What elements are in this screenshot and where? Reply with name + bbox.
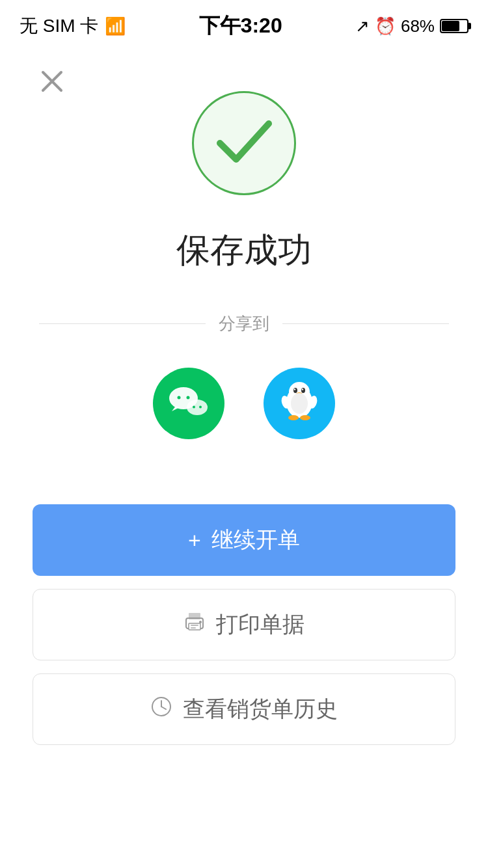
svg-point-17	[288, 415, 299, 420]
battery-percentage: 68%	[401, 16, 435, 36]
alarm-icon: ⏰	[375, 16, 396, 36]
svg-point-6	[193, 406, 195, 409]
qq-share-button[interactable]	[264, 368, 335, 439]
svg-point-3	[187, 400, 208, 415]
wechat-share-button[interactable]	[153, 368, 224, 439]
svg-point-26	[199, 621, 202, 623]
share-divider: 分享到	[39, 312, 449, 335]
wechat-icon	[167, 384, 211, 423]
location-icon: ↗	[355, 16, 370, 36]
view-history-button[interactable]: 查看销货单历史	[33, 673, 455, 745]
status-time: 下午3:20	[199, 12, 282, 40]
print-receipt-label: 打印单据	[216, 610, 305, 640]
svg-point-16	[291, 393, 308, 414]
status-right: ↗ ⏰ 68%	[355, 16, 468, 36]
wifi-icon: 📶	[105, 16, 126, 36]
svg-rect-24	[191, 625, 198, 626]
continue-order-label: 继续开单	[211, 525, 300, 555]
svg-rect-23	[189, 623, 200, 630]
svg-point-7	[199, 406, 202, 409]
clock-icon	[150, 696, 172, 723]
view-history-label: 查看销货单历史	[183, 694, 338, 724]
svg-point-12	[301, 388, 305, 393]
battery-icon	[440, 19, 468, 33]
actions-section: + 继续开单 打印单据	[0, 504, 488, 745]
success-circle	[192, 91, 296, 195]
svg-point-13	[294, 388, 295, 390]
status-left: 无 SIM 卡 📶	[20, 14, 126, 38]
close-icon	[40, 70, 64, 93]
svg-point-4	[178, 396, 181, 400]
share-icons-row	[39, 368, 449, 439]
svg-rect-25	[191, 627, 196, 629]
main-content: 保存成功 分享到	[0, 52, 488, 745]
close-button[interactable]	[33, 62, 72, 101]
plus-icon: +	[188, 528, 201, 553]
svg-point-11	[293, 388, 297, 393]
print-receipt-button[interactable]: 打印单据	[33, 589, 455, 660]
print-icon	[183, 612, 206, 638]
share-section: 分享到	[0, 312, 488, 439]
checkmark-icon	[217, 120, 272, 166]
success-title: 保存成功	[176, 228, 312, 273]
divider-left	[39, 323, 206, 324]
share-label: 分享到	[219, 312, 269, 335]
continue-order-button[interactable]: + 继续开单	[33, 504, 455, 576]
qq-icon	[279, 381, 319, 426]
svg-line-29	[161, 707, 166, 709]
svg-point-5	[187, 396, 190, 400]
divider-right	[282, 323, 449, 324]
sim-text: 无 SIM 卡	[20, 14, 98, 38]
svg-point-18	[300, 415, 310, 420]
status-bar: 无 SIM 卡 📶 下午3:20 ↗ ⏰ 68%	[0, 0, 488, 52]
svg-rect-22	[189, 613, 200, 619]
svg-point-14	[302, 388, 303, 390]
